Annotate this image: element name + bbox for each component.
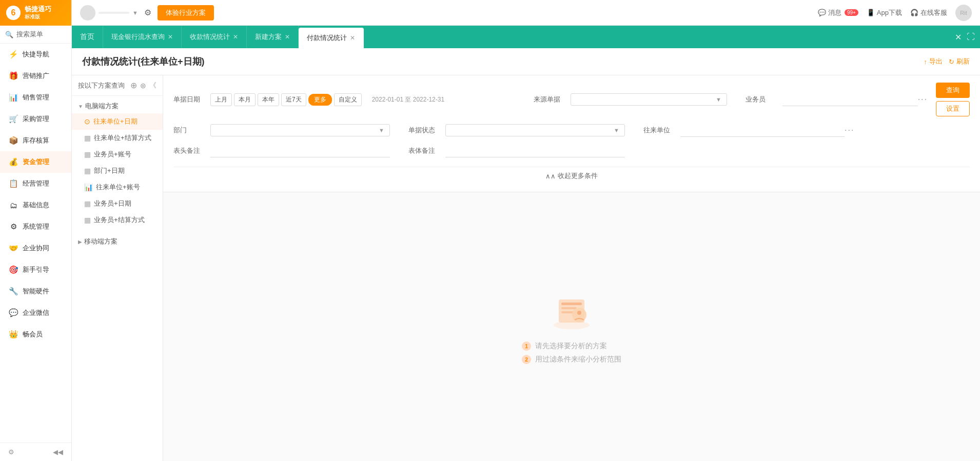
refresh-btn[interactable]: ↻ 刷新 [949,57,970,66]
source-select[interactable]: ▼ [571,93,727,106]
sidebar-gear-btn[interactable]: ⚙ [8,448,14,456]
unit-more-btn[interactable]: ··· [845,126,854,135]
app-logo: 6 畅捷通巧 标准版 [0,0,71,26]
sidebar-label-wechat: 企业微信 [23,308,63,317]
tab-cash-bank-close[interactable]: ✕ [168,33,173,41]
export-btn[interactable]: ↑ 导出 [924,57,943,66]
sidebar-label-finance: 资金管理 [23,157,63,167]
topbar-settings-btn[interactable]: ⚙ [144,8,151,17]
scheme-staff-account[interactable]: ▦ 业务员+账号 [72,146,163,163]
main: ▼ ⚙ 体验行业方案 💬 消息 99+ 📱 App下载 🎧 在线客服 Rit 首… [72,0,980,461]
sidebar-collapse-btn[interactable]: ◀◀ [53,448,63,456]
tab-new-scheme-close[interactable]: ✕ [285,33,290,41]
date-this-year[interactable]: 本年 [258,93,279,106]
dept-select[interactable]: ▼ [210,124,390,136]
sidebar-item-operations[interactable]: 📋 经营管理 [0,173,71,194]
scheme-staff-date[interactable]: ▦ 业务员+日期 [72,195,163,212]
sidebar-item-enterprise[interactable]: 🤝 企业协同 [0,237,71,259]
sidebar-item-purchase[interactable]: 🛒 采购管理 [0,108,71,130]
sidebar-item-sales[interactable]: 📊 销售管理 [0,87,71,108]
notification-icon: 💬 [818,9,826,16]
tab-payment-stats-label: 付款情况统计 [307,33,347,43]
user-avatar[interactable]: Rit [955,5,972,21]
sidebar-item-quick-nav[interactable]: ⚡ 快捷导航 [0,44,71,65]
date-7days[interactable]: 近7天 [281,93,306,106]
sidebar-item-system[interactable]: ⚙ 系统管理 [0,216,71,237]
sidebar-item-hardware[interactable]: 🔧 智能硬件 [0,280,71,302]
tab-cash-bank[interactable]: 现金银行流水查询 ✕ [103,26,182,48]
export-icon: ↑ [924,58,928,66]
date-custom[interactable]: 自定义 [334,93,362,106]
scheme-unit-settle[interactable]: ▦ 往来单位+结算方式 [72,130,163,146]
staff-label: 业务员 [746,95,774,104]
tab-close-all-btn[interactable]: ✕ [955,32,962,42]
topbar-avatar [80,5,95,21]
collapse-more-btn[interactable]: ∧∧ 收起更多条件 [173,167,970,185]
query-actions: 查询 设置 [936,83,970,116]
system-icon: ⚙ [8,222,18,232]
page-actions: ↑ 导出 ↻ 刷新 [924,57,970,66]
scheme-table-icon-1: ▦ [84,134,91,142]
scheme-add-btn[interactable]: ⊕ [130,81,137,90]
notification-btn[interactable]: 💬 消息 99+ [818,8,858,17]
scheme-dept-date[interactable]: ▦ 部门+日期 [72,163,163,179]
tab-payment-stats[interactable]: 付款情况统计 ✕ [299,28,364,48]
app-download-btn[interactable]: 📱 App下载 [867,8,902,17]
dept-label: 部门 [173,126,202,135]
sidebar-item-inventory[interactable]: 📦 库存核算 [0,130,71,151]
filter-row-3: 表头备注 表体备注 [173,144,970,157]
tab-home[interactable]: 首页 [72,26,103,48]
empty-illustration [546,289,597,335]
scheme-staff-settle[interactable]: ▦ 业务员+结算方式 [72,212,163,228]
mobile-group-header[interactable]: ▶ 移动端方案 [72,234,163,249]
tab-receipt-close[interactable]: ✕ [233,33,238,41]
query-btn[interactable]: 查询 [936,83,970,98]
status-select[interactable]: ▼ [445,124,625,136]
tab-receipt-stats[interactable]: 收款情况统计 ✕ [182,26,247,48]
date-this-month[interactable]: 本月 [234,93,256,106]
sidebar-item-member[interactable]: 👑 畅会员 [0,324,71,345]
staff-more-btn[interactable]: ··· [918,95,928,104]
sidebar-label-inventory: 库存核算 [23,136,63,145]
enterprise-icon: 🤝 [8,243,18,253]
sidebar-label-guide: 新手引导 [23,265,63,274]
pc-scheme-group: ▼ 电脑端方案 ⊙ 往来单位+日期 ▦ 往来单位+结算方式 ▦ 业务员+账号 [72,96,163,231]
scheme-staff-settle-label: 业务员+结算方式 [94,215,145,225]
sidebar-item-marketing[interactable]: 🎁 营销推广 [0,65,71,87]
customer-service-btn[interactable]: 🎧 在线客服 [910,8,947,17]
sidebar-item-wechat[interactable]: 💬 企业微信 [0,302,71,324]
sidebar-item-finance[interactable]: 💰 资金管理 [0,151,71,173]
marketing-icon: 🎁 [8,71,18,81]
tab-payment-close[interactable]: ✕ [350,34,355,42]
scheme-gear-btn[interactable]: ⊛ [140,82,146,90]
scheme-collapse-btn[interactable]: 《 [149,81,156,90]
unit-input[interactable] [680,124,845,137]
hint-2-text: 用过滤条件来缩小分析范围 [535,355,621,364]
status-arrow-icon: ▼ [614,127,619,133]
tab-new-scheme[interactable]: 新建方案 ✕ [247,26,299,48]
svg-rect-2 [561,303,582,305]
body-note-input[interactable] [445,144,625,157]
sidebar-item-guide[interactable]: 🎯 新手引导 [0,259,71,280]
sidebar: 6 畅捷通巧 标准版 🔍 搜索菜单 ⚡ 快捷导航 🎁 营销推广 📊 销售管理 🛒… [0,0,72,461]
pc-group-header[interactable]: ▼ 电脑端方案 [72,99,163,113]
date-last-month[interactable]: 上月 [210,93,232,106]
staff-input[interactable] [782,93,918,106]
source-label: 来源单据 [534,95,562,104]
filter-settings-btn[interactable]: 设置 [936,101,970,116]
date-range-text: 2022-01-01 至 2022-12-31 [372,95,515,104]
empty-state: 1 请先选择要分析的方案 2 用过滤条件来缩小分析范围 [163,192,980,461]
search-menu[interactable]: 🔍 搜索菜单 [0,26,71,44]
scheme-unit-account[interactable]: 📊 往来单位+账号 [72,179,163,195]
scheme-unit-date[interactable]: ⊙ 往来单位+日期 [72,113,163,130]
topbar-user[interactable]: ▼ [80,5,138,21]
sales-icon: 📊 [8,92,18,103]
header-note-input[interactable] [210,144,390,157]
trial-btn[interactable]: 体验行业方案 [158,5,214,21]
tab-expand-btn[interactable]: ⛶ [967,32,975,42]
quick-nav-icon: ⚡ [8,49,18,59]
scheme-unit-account-label: 往来单位+账号 [96,183,140,192]
date-more-btn[interactable]: 更多 [308,94,332,106]
search-menu-label: 搜索菜单 [16,30,43,39]
sidebar-item-basic-info[interactable]: 🗂 基础信息 [0,194,71,216]
